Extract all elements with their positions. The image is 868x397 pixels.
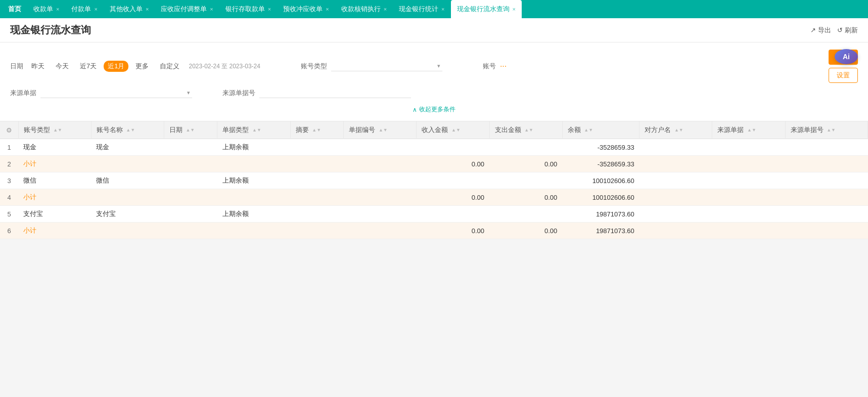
table-row[interactable]: 6小计0.000.0019871073.60 [0, 223, 868, 239]
cell-account-type: 小计 [18, 223, 91, 239]
export-button[interactable]: ↗ 导出 [810, 26, 831, 35]
nav-tab-xjyhls[interactable]: 现金银行流水查询 × [451, 0, 522, 18]
date-btn-1month[interactable]: 近1月 [104, 61, 128, 72]
cell-account-name: 现金 [91, 139, 164, 156]
table-row[interactable]: 2小计0.000.00-3528659.33 [0, 156, 868, 172]
table-row[interactable]: 3微信微信上期余额100102606.60 [0, 172, 868, 189]
close-icon[interactable]: × [94, 0, 97, 18]
cell-account-type: 支付宝 [18, 206, 91, 223]
column-balance[interactable]: 余额 ▲▼ [562, 121, 639, 139]
cell-source-doc [712, 206, 785, 223]
cell-account-type: 小计 [18, 189, 91, 206]
column-counterpart[interactable]: 对方户名 ▲▼ [639, 121, 712, 139]
source-doc-no-filter: 来源单据号 [222, 88, 411, 98]
column-income[interactable]: 收入金额 ▲▼ [417, 121, 489, 139]
nav-tab-shoukuan[interactable]: 收款单 × [27, 0, 65, 18]
cell-counterpart [639, 139, 712, 156]
cell-expense: 0.00 [489, 189, 562, 206]
table-row[interactable]: 1现金现金上期余额-3528659.33 [0, 139, 868, 156]
cell-expense [489, 172, 562, 189]
date-range-display: 2023-02-24 至 2023-03-24 [189, 62, 260, 71]
cell-row-number: 5 [0, 206, 18, 223]
nav-home[interactable]: 首页 [2, 0, 27, 18]
date-btn-custom[interactable]: 自定义 [156, 61, 184, 72]
cell-account-type: 微信 [18, 172, 91, 189]
close-icon[interactable]: × [56, 0, 59, 18]
cell-doc-no [344, 223, 417, 239]
date-btn-today[interactable]: 今天 [52, 61, 73, 72]
column-summary[interactable]: 摘要 ▲▼ [290, 121, 344, 139]
sort-icon: ▲▼ [674, 128, 683, 133]
table-row[interactable]: 5支付宝支付宝上期余额19871073.60 [0, 206, 868, 223]
cell-expense: 0.00 [489, 156, 562, 172]
close-icon[interactable]: × [326, 0, 329, 18]
source-doc-filter: 来源单据 ▾ [10, 88, 192, 98]
date-btn-7days[interactable]: 近7天 [76, 61, 101, 72]
cell-source-doc [712, 223, 785, 239]
cell-account-type: 现金 [18, 139, 91, 156]
column-doc-no[interactable]: 单据编号 ▲▼ [344, 121, 417, 139]
sort-icon: ▲▼ [186, 128, 195, 133]
data-table: ⚙ 账号类型 ▲▼ 账号名称 ▲▼ 日期 ▲▼ 单据类型 ▲▼ [0, 121, 868, 239]
source-doc-select[interactable]: ▾ [40, 88, 192, 98]
refresh-button[interactable]: ↺ 刷新 [837, 26, 858, 35]
source-doc-label: 来源单据 [10, 89, 36, 98]
nav-tab-ysyf[interactable]: 应收应付调整单 × [155, 0, 219, 18]
cell-row-number: 6 [0, 223, 18, 239]
column-source-doc[interactable]: 来源单据 ▲▼ [712, 121, 785, 139]
nav-tab-xjyhtj[interactable]: 现金银行统计 × [393, 0, 450, 18]
table-body: 1现金现金上期余额-3528659.332小计0.000.00-3528659.… [0, 139, 868, 239]
close-icon[interactable]: × [441, 0, 444, 18]
account-type-value [333, 62, 437, 70]
cell-doc-type [217, 223, 290, 239]
cell-balance: 100102606.60 [562, 172, 639, 189]
nav-tab-qtsr[interactable]: 其他收入单 × [104, 0, 155, 18]
cell-summary [290, 139, 344, 156]
close-icon[interactable]: × [210, 0, 213, 18]
cell-balance: 19871073.60 [562, 206, 639, 223]
close-icon[interactable]: × [513, 0, 516, 18]
sort-icon: ▲▼ [312, 128, 321, 133]
cell-date [164, 206, 217, 223]
nav-tab-label: 预收冲应收单 [283, 0, 323, 18]
table-row[interactable]: 4小计0.000.00100102606.60 [0, 189, 868, 206]
column-doc-type[interactable]: 单据类型 ▲▼ [217, 121, 290, 139]
nav-home-label: 首页 [8, 0, 21, 18]
cell-summary [290, 223, 344, 239]
cell-source-doc-no [785, 156, 867, 172]
cell-income: 0.00 [417, 156, 489, 172]
column-gear[interactable]: ⚙ [0, 121, 18, 139]
cell-summary [290, 189, 344, 206]
source-doc-no-label: 来源单据号 [222, 89, 255, 98]
account-ellipsis-button[interactable]: ··· [500, 62, 507, 71]
cell-doc-no [344, 189, 417, 206]
export-icon: ↗ [810, 26, 816, 34]
date-options: 昨天 今天 近7天 近1月 更多 自定义 2023-02-24 至 2023-0… [27, 61, 260, 72]
date-btn-yesterday[interactable]: 昨天 [27, 61, 49, 72]
ai-assistant-button[interactable]: Ai [835, 49, 858, 64]
cell-date [164, 223, 217, 239]
nav-tab-yhcq[interactable]: 银行存取款单 × [219, 0, 277, 18]
settings-button[interactable]: 设置 [829, 68, 858, 83]
nav-tab-yscys[interactable]: 预收冲应收单 × [277, 0, 335, 18]
chevron-up-icon: ∧ [413, 106, 417, 113]
column-account-type[interactable]: 账号类型 ▲▼ [18, 121, 91, 139]
source-doc-no-input[interactable] [259, 88, 411, 98]
cell-source-doc-no [785, 139, 867, 156]
cell-date [164, 172, 217, 189]
export-label: 导出 [818, 26, 831, 35]
cell-account-name: 微信 [91, 172, 164, 189]
close-icon[interactable]: × [268, 0, 271, 18]
close-icon[interactable]: × [146, 0, 149, 18]
column-expense[interactable]: 支出金额 ▲▼ [489, 121, 562, 139]
nav-tab-label: 银行存取款单 [225, 0, 265, 18]
column-source-doc-no[interactable]: 来源单据号 ▲▼ [785, 121, 867, 139]
column-date[interactable]: 日期 ▲▼ [164, 121, 217, 139]
nav-tab-fukuan[interactable]: 付款单 × [65, 0, 103, 18]
collapse-button[interactable]: ∧ 收起更多条件 [10, 103, 858, 117]
nav-tab-skxs[interactable]: 收款核销执行 × [335, 0, 393, 18]
column-account-name[interactable]: 账号名称 ▲▼ [91, 121, 164, 139]
account-type-select[interactable]: ▾ [331, 61, 442, 71]
close-icon[interactable]: × [384, 0, 387, 18]
date-btn-more[interactable]: 更多 [131, 61, 153, 72]
